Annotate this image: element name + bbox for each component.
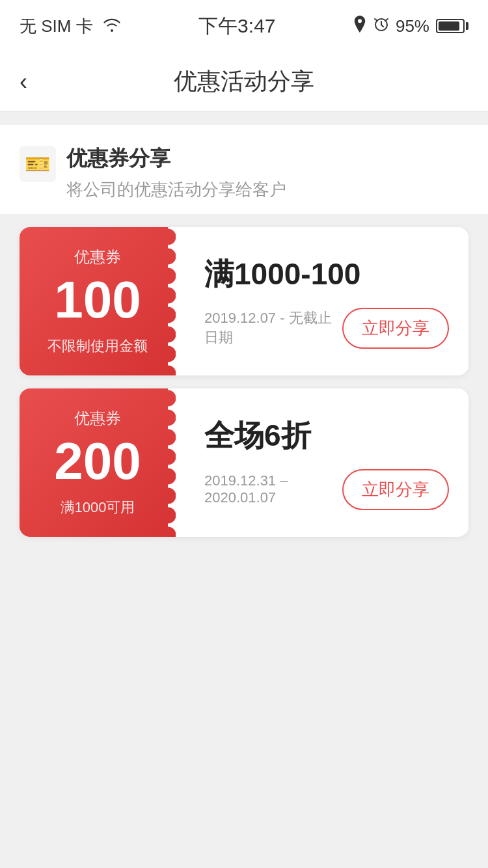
coupon-bottom-1: 2019.12.31 – 2020.01.07 立即分享 <box>204 469 449 510</box>
status-right: 95% <box>353 16 468 37</box>
section-heading: 优惠券分享 <box>66 144 286 173</box>
coupon-card-0: 优惠券 100 不限制使用金额 满1000-100 2019.12.07 - 无… <box>20 227 468 375</box>
section-description: 将公司的优惠活动分享给客户 <box>66 178 286 201</box>
coupon-amount-0: 100 <box>54 274 141 326</box>
coupon-left-0: 优惠券 100 不限制使用金额 <box>20 227 176 375</box>
carrier-text: 无 SIM 卡 <box>20 15 93 38</box>
coupon-right-0: 满1000-100 2019.12.07 - 无截止日期 立即分享 <box>176 227 468 375</box>
status-bar: 无 SIM 卡 下午3:47 95% <box>0 0 488 52</box>
coupon-condition-0: 不限制使用金额 <box>47 336 148 356</box>
section-icon: 🎫 <box>20 146 56 182</box>
coupon-condition-1: 满1000可用 <box>61 498 135 517</box>
coupon-date-1: 2019.12.31 – 2020.01.07 <box>204 472 342 506</box>
coupon-left-1: 优惠券 200 满1000可用 <box>20 388 176 537</box>
battery-percent: 95% <box>396 16 429 36</box>
coupon-bottom-0: 2019.12.07 - 无截止日期 立即分享 <box>204 308 449 349</box>
empty-area <box>0 550 488 868</box>
coupon-label-0: 优惠券 <box>74 247 121 267</box>
coupon-name-1: 全场6折 <box>204 416 449 456</box>
alarm-icon <box>373 16 389 37</box>
coupon-right-1: 全场6折 2019.12.31 – 2020.01.07 立即分享 <box>176 388 468 537</box>
coupon-date-0: 2019.12.07 - 无截止日期 <box>204 308 342 347</box>
status-time: 下午3:47 <box>198 13 275 40</box>
coupon-name-0: 满1000-100 <box>204 254 449 295</box>
back-button[interactable]: ‹ <box>20 68 27 96</box>
section-header: 🎫 优惠券分享 将公司的优惠活动分享给客户 <box>0 125 488 214</box>
battery-icon <box>436 19 468 33</box>
nav-bar: ‹ 优惠活动分享 <box>0 52 488 112</box>
share-button-1[interactable]: 立即分享 <box>342 469 449 510</box>
wifi-icon <box>102 16 122 36</box>
share-button-0[interactable]: 立即分享 <box>342 308 449 349</box>
status-left: 无 SIM 卡 <box>20 15 122 38</box>
coupon-amount-1: 200 <box>54 435 141 487</box>
section-text: 优惠券分享 将公司的优惠活动分享给客户 <box>66 144 286 201</box>
coupon-card-1: 优惠券 200 满1000可用 全场6折 2019.12.31 – 2020.0… <box>20 388 468 537</box>
coupon-list: 优惠券 100 不限制使用金额 满1000-100 2019.12.07 - 无… <box>0 214 488 550</box>
location-icon <box>353 16 367 37</box>
coupon-label-1: 优惠券 <box>74 408 121 429</box>
page-title: 优惠活动分享 <box>174 66 314 98</box>
